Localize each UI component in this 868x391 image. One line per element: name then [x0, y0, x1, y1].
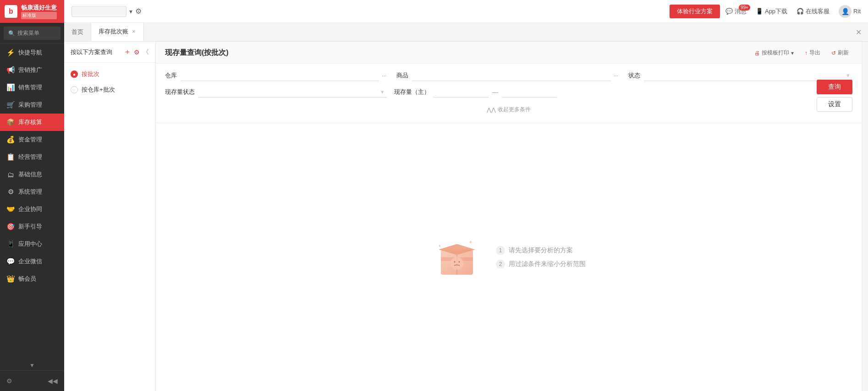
topbar-search-input[interactable]	[71, 6, 126, 17]
app-download-label: App下载	[765, 7, 787, 16]
main-area: ▾ ⚙ 体验行业方案 💬 消息 99+ 📱 App下载 🎧 在线客服 👤 Rit	[64, 0, 868, 391]
online-service-item[interactable]: 🎧 在线客服	[797, 7, 830, 16]
nav-label: 企业微信	[18, 257, 42, 266]
svg-point-6	[454, 261, 456, 263]
sidebar-item-sales[interactable]: 📊 销售管理	[0, 79, 64, 96]
operations-icon: 📋	[6, 153, 15, 161]
tip-number-2: 2	[496, 260, 505, 269]
stock-amount-field: 现存量（主） —	[394, 87, 623, 98]
warehouse-more-btn[interactable]: ···	[379, 71, 389, 80]
warehouse-field: 仓库 ···	[165, 70, 389, 81]
search-icon: 🔍	[8, 30, 15, 37]
tab-panel-close-btn[interactable]: ✕	[849, 23, 868, 41]
user-item[interactable]: 👤 Rit	[839, 5, 861, 18]
empty-tips: 1 请先选择要分析的方案 2 用过滤条件来缩小分析范围	[496, 246, 586, 269]
tab-inventory-batch[interactable]: 库存批次账 ×	[91, 23, 144, 41]
dash: —	[492, 89, 498, 96]
nav-label: 销售管理	[18, 83, 42, 92]
page-title: 现存量查询(按批次)	[165, 48, 229, 58]
status-label: 状态	[628, 71, 640, 80]
sidebar-item-wechat[interactable]: 💬 企业微信	[0, 253, 64, 270]
sidebar-item-basic[interactable]: 🗂 基础信息	[0, 166, 64, 183]
sidebar-item-guide[interactable]: 🎯 新手引导	[0, 218, 64, 235]
sidebar-settings-btn[interactable]: ⚙	[5, 375, 14, 386]
collapse-up-icon: ⋀⋀	[487, 107, 496, 113]
settings-button[interactable]: 设置	[817, 97, 852, 112]
sidebar-item-enterprise[interactable]: 🤝 企业协同	[0, 201, 64, 218]
left-panel: 按以下方案查询 ＋ ⚙ 《 ● 按批次 ○ 按仓库+批次	[64, 42, 156, 391]
app-brand: 畅康通好生意 标准版	[21, 4, 57, 19]
sidebar-collapse-btn[interactable]: ◀◀	[46, 375, 60, 386]
nav-label: 畅会员	[18, 275, 36, 283]
nav-label: 快捷导航	[18, 49, 42, 57]
headset-icon: 🎧	[797, 8, 804, 15]
guide-icon: 🎯	[6, 223, 15, 231]
collapse-row[interactable]: ⋀⋀ 收起更多条件	[165, 103, 852, 116]
nav-label: 企业协同	[18, 205, 42, 213]
sidebar-item-apps[interactable]: 📱 应用中心	[0, 235, 64, 253]
stock-status-label: 现存量状态	[165, 88, 195, 96]
sidebar-item-system[interactable]: ⚙ 系统管理	[0, 183, 64, 201]
sidebar-item-member[interactable]: 👑 畅会员	[0, 270, 64, 288]
page-header-actions: 🖨 按模板打印 ▾ ↑ 导出 ↺ 刷新	[751, 47, 852, 59]
tab-close-btn[interactable]: ×	[131, 28, 136, 35]
stock-status-dropdown[interactable]: ▾	[198, 87, 387, 98]
topbar-gear-btn[interactable]: ⚙	[135, 7, 142, 16]
sidebar-item-inventory[interactable]: 📦 库存核算	[0, 114, 64, 131]
scheme-settings-btn[interactable]: ⚙	[134, 49, 140, 56]
tip-text-2: 用过滤条件来缩小分析范围	[509, 260, 586, 268]
left-panel-list: ● 按批次 ○ 按仓库+批次	[64, 63, 155, 101]
product-more-btn[interactable]: ···	[611, 71, 621, 80]
refresh-icon: ↺	[831, 50, 836, 56]
app-download-item[interactable]: 📱 App下载	[756, 7, 787, 16]
stock-amount-max-input[interactable]	[502, 87, 557, 98]
nav-label: 基础信息	[18, 170, 42, 179]
stock-amount-min-input[interactable]	[434, 87, 489, 98]
filter-area: 仓库 ··· 商品 ··· 状态 ▾	[156, 64, 862, 123]
member-icon: 👑	[6, 275, 15, 283]
collapse-label: 收起更多条件	[498, 106, 531, 114]
print-btn[interactable]: 🖨 按模板打印 ▾	[751, 47, 797, 59]
export-btn[interactable]: ↑ 导出	[801, 47, 824, 59]
nav-label: 资金管理	[18, 136, 42, 144]
sidebar-search-button[interactable]: 🔍 搜索菜单	[4, 27, 60, 40]
sidebar-item-marketing[interactable]: 📢 营销推广	[0, 61, 64, 79]
action-bar: 查询 设置	[817, 80, 852, 112]
tab-home[interactable]: 首页	[64, 23, 91, 41]
inventory-icon: 📦	[6, 118, 15, 126]
nav-label: 采购管理	[18, 101, 42, 109]
message-item[interactable]: 💬 消息 99+	[725, 7, 747, 16]
nav-label: 系统管理	[18, 188, 42, 196]
right-scrollbar	[862, 42, 868, 391]
scheme-item-by-batch[interactable]: ● 按批次	[64, 66, 155, 82]
enterprise-icon: 🤝	[6, 205, 15, 213]
app-logo: b	[5, 5, 17, 18]
topbar-dropdown-btn[interactable]: ▾	[129, 8, 132, 15]
scheme-item-by-warehouse-batch[interactable]: ○ 按仓库+批次	[64, 82, 155, 98]
tip-number-1: 1	[496, 246, 505, 255]
sidebar-item-purchase[interactable]: 🛒 采购管理	[0, 96, 64, 114]
sidebar-item-operations[interactable]: 📋 经营管理	[0, 148, 64, 166]
empty-illustration: ✦ ✦	[432, 231, 482, 283]
sidebar-item-quick-nav[interactable]: ⚡ 快捷导航	[0, 44, 64, 61]
query-button[interactable]: 查询	[817, 80, 852, 94]
print-dropdown-icon: ▾	[791, 50, 794, 56]
topbar-right: 💬 消息 99+ 📱 App下载 🎧 在线客服 👤 Rit	[725, 5, 861, 18]
collapse-panel-btn[interactable]: 《	[143, 48, 149, 56]
settings-icon: ⚙	[6, 377, 12, 385]
purchase-icon: 🛒	[6, 101, 15, 109]
empty-tip-2: 2 用过滤条件来缩小分析范围	[496, 260, 586, 269]
page-header: 现存量查询(按批次) 🖨 按模板打印 ▾ ↑ 导出 ↺ 刷新	[156, 42, 862, 64]
quick-nav-icon: ⚡	[6, 49, 15, 57]
refresh-btn[interactable]: ↺ 刷新	[828, 47, 852, 59]
warehouse-input[interactable]	[181, 70, 379, 81]
print-icon: 🖨	[754, 50, 760, 56]
trial-button[interactable]: 体验行业方案	[670, 5, 720, 18]
sidebar-scroll-down[interactable]: ▼	[0, 360, 64, 370]
sidebar-item-finance[interactable]: 💰 资金管理	[0, 131, 64, 148]
left-panel-header: 按以下方案查询 ＋ ⚙ 《	[64, 42, 155, 63]
tabs-bar: 首页 库存批次账 × ✕	[64, 23, 868, 42]
empty-tip-1: 1 请先选择要分析的方案	[496, 246, 586, 255]
product-input[interactable]	[412, 70, 610, 81]
add-scheme-btn[interactable]: ＋	[124, 47, 131, 57]
